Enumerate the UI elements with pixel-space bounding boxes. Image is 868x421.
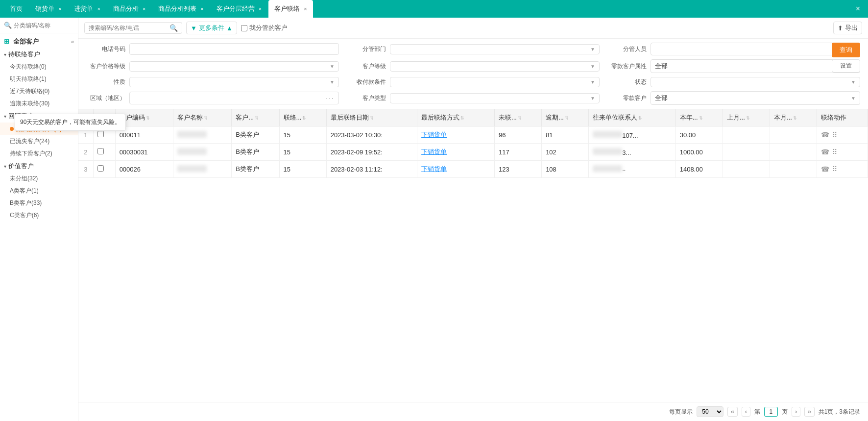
tab-close-icon-2[interactable]: ×: [97, 6, 100, 12]
sidebar-collapse-button[interactable]: «: [71, 39, 74, 45]
sidebar-item-2-1[interactable]: A类客户(1): [0, 185, 78, 197]
sidebar-item-1-2[interactable]: 持续下滑客户(2): [0, 148, 78, 160]
contact-person-blurred: [593, 131, 622, 138]
contact-person: ··: [589, 161, 676, 178]
customer-code: 000026: [115, 161, 173, 178]
filter-label: 更多条件: [199, 24, 224, 32]
tab-close-icon-5[interactable]: ×: [259, 6, 262, 12]
query-button[interactable]: 查询: [832, 43, 860, 57]
my-customers-checkbox[interactable]: [241, 25, 247, 31]
my-customers-checkbox-label[interactable]: 我分管的客户: [241, 24, 288, 32]
export-button[interactable]: ⬆ 导出: [833, 22, 862, 34]
sidebar-item-0-3[interactable]: 逾期未联络(30): [0, 98, 78, 110]
status-select[interactable]: ▼: [651, 77, 860, 87]
col-header-contact_person[interactable]: 往来单位联系人⇅: [589, 109, 676, 126]
price-level-select[interactable]: ▼: [129, 61, 339, 72]
customer-type: B类客户: [232, 161, 279, 178]
per-page-select[interactable]: 50 100 200: [697, 406, 723, 417]
table-row: 1000011B类客户152023-03-02 10:30:下销货单968110…: [78, 126, 868, 144]
sidebar-search-input[interactable]: [14, 22, 78, 29]
col-header-contact[interactable]: 联络...⇅: [279, 109, 326, 126]
zero-attr-select[interactable]: 全部▼: [651, 59, 860, 73]
prev-page-button[interactable]: ‹: [742, 407, 750, 417]
more-filter-button[interactable]: ▼ 更多条件 ▲: [186, 22, 237, 34]
col-header-uncontacted[interactable]: 未联...⇅: [495, 109, 542, 126]
person-select[interactable]: ···: [651, 43, 860, 55]
sidebar-item-2-3[interactable]: C类客户(6): [0, 209, 78, 222]
customer-type-select[interactable]: ▼: [390, 93, 600, 103]
first-page-button[interactable]: «: [727, 407, 738, 417]
phone-input[interactable]: [129, 43, 339, 55]
sidebar-all-customers-header[interactable]: ⊞ 全部客户 «: [0, 33, 78, 48]
region-label: 区域（地区）: [86, 94, 125, 102]
sidebar-item-1-1[interactable]: 已流失客户(24): [0, 135, 78, 148]
sidebar-item-2-2[interactable]: B类客户(33): [0, 197, 78, 209]
col-header-type[interactable]: 客户...⇅: [232, 109, 279, 126]
next-page-button[interactable]: ›: [792, 407, 800, 417]
more-action-icon[interactable]: ⠿: [832, 165, 837, 173]
tab-close-icon-3[interactable]: ×: [143, 6, 145, 12]
col-header-overdue[interactable]: 逾期...⇅: [542, 109, 589, 126]
payment-select[interactable]: ▼: [390, 77, 600, 87]
last-contact-method[interactable]: 下销货单: [417, 161, 495, 178]
method-link[interactable]: 下销货单: [421, 148, 447, 155]
last-page-button[interactable]: »: [804, 407, 815, 417]
dept-select[interactable]: ▼: [390, 44, 600, 54]
search-input[interactable]: [89, 25, 168, 31]
nav-tab-1[interactable]: 销货单×: [29, 0, 67, 18]
row-checkbox[interactable]: [97, 148, 104, 154]
last-contact-method[interactable]: 下销货单: [417, 144, 495, 161]
nav-tab-2[interactable]: 进货单×: [68, 0, 106, 18]
method-link[interactable]: 下销货单: [421, 131, 447, 138]
settings-button[interactable]: 设置: [832, 59, 860, 73]
col-header-last_contact_date[interactable]: 最后联络日期⇅: [326, 109, 417, 126]
nav-tab-4[interactable]: 商品分析列表×: [152, 0, 209, 18]
more-action-icon[interactable]: ⠿: [832, 131, 837, 139]
contact-action-icon[interactable]: ☎: [821, 165, 829, 173]
contact-count: 15: [279, 126, 326, 144]
tab-close-icon-6[interactable]: ×: [304, 6, 307, 12]
customer-level-field: 客户等级 ▼: [347, 61, 600, 72]
sidebar-item-0-0[interactable]: 今天待联络(0): [0, 61, 78, 73]
sidebar-item-0-2[interactable]: 近7天待联络(0): [0, 85, 78, 98]
row-checkbox[interactable]: [97, 131, 104, 137]
tab-close-icon-1[interactable]: ×: [58, 6, 61, 12]
search-button[interactable]: 🔍: [169, 24, 178, 32]
col-header-name[interactable]: 客户名称⇅: [173, 109, 232, 126]
customer-level-select[interactable]: ▼: [390, 61, 600, 72]
nav-tab-0[interactable]: 首页: [4, 0, 28, 18]
row-checkbox[interactable]: [97, 165, 104, 172]
contact-action-icon[interactable]: ☎: [821, 148, 829, 156]
col-header-this_month[interactable]: 本月...⇅: [770, 109, 817, 126]
sidebar-group-0[interactable]: ▾待联络客户: [0, 48, 78, 61]
row-checkbox-cell: [93, 161, 115, 178]
current-page[interactable]: 1: [764, 407, 778, 417]
toolbar: 🔍 ▼ 更多条件 ▲ 我分管的客户 ⬆ 导出: [78, 18, 868, 39]
table-row: 200030031B类客户152023-02-09 19:52:下销货单1171…: [78, 144, 868, 161]
region-field: 区域（地区） ···: [86, 92, 339, 104]
zero-customer-select[interactable]: 全部▼: [651, 91, 860, 105]
col-header-last_contact_method[interactable]: 最后联络方式⇅: [417, 109, 495, 126]
gender-select[interactable]: ▼: [129, 77, 339, 87]
nav-tab-5[interactable]: 客户分层经营×: [211, 0, 267, 18]
nav-tab-3[interactable]: 商品分析×: [107, 0, 151, 18]
contact-action-icon[interactable]: ☎: [821, 131, 829, 139]
tab-close-icon-4[interactable]: ×: [200, 6, 203, 12]
sidebar-item-2-0[interactable]: 未分组(32): [0, 173, 78, 185]
sort-icon: ⇅: [255, 116, 259, 121]
more-action-icon[interactable]: ⠿: [832, 148, 837, 156]
method-link[interactable]: 下销货单: [421, 165, 447, 173]
sidebar-item-0-1[interactable]: 明天待联络(1): [0, 73, 78, 85]
col-header-last_month[interactable]: 上月...⇅: [723, 109, 770, 126]
nav-tab-6[interactable]: 客户联络×: [268, 0, 313, 18]
last-month-amount: [723, 126, 770, 144]
price-level-label: 客户价格等级: [86, 62, 125, 71]
window-close-button[interactable]: ×: [852, 2, 864, 15]
col-header-this_year[interactable]: 本年...⇅: [675, 109, 723, 126]
table-container: ⚙客户编码⇅客户名称⇅客户...⇅联络...⇅最后联络日期⇅最后联络方式⇅未联.…: [78, 109, 868, 402]
sidebar-group-2[interactable]: ▾价值客户: [0, 160, 78, 173]
region-select[interactable]: ···: [129, 92, 339, 104]
overdue-days: 102: [542, 144, 589, 161]
last-contact-method[interactable]: 下销货单: [417, 126, 495, 144]
customer-type-field: 客户类型 ▼: [347, 93, 600, 103]
